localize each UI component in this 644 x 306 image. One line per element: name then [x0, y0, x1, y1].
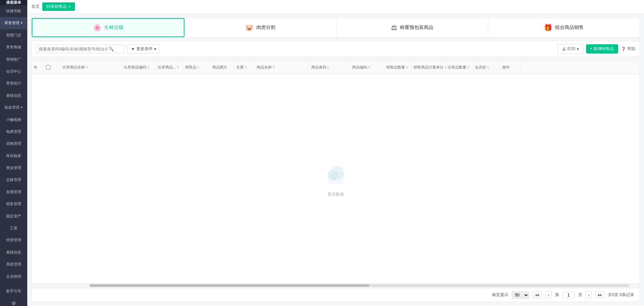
sidebar-item-wholesale-mgmt[interactable]: 批发管理 ▼ — [0, 102, 27, 113]
sort-icon[interactable]: ⇅ — [487, 66, 490, 69]
th-sale-item: 销售品 ⇅ — [183, 62, 210, 73]
search-input[interactable] — [39, 47, 107, 51]
category-tab-weight-package-label: 称重预包装商品 — [400, 25, 433, 31]
category-tab-fresh-grade-label: 生鲜分级 — [104, 25, 123, 31]
sidebar-item-quick-nav[interactable]: 快捷导航 — [0, 5, 27, 17]
close-tab-icon[interactable]: ✕ — [68, 5, 71, 9]
settings-icon[interactable]: ⚙ — [34, 65, 37, 70]
sort-icon[interactable]: ⇅ — [368, 66, 371, 69]
help-button[interactable]: ❓ 帮助 — [621, 46, 635, 52]
th-member-price: 会员价 ⇅ — [473, 62, 500, 73]
th-product-name: 商品名称 ⇅ — [255, 62, 309, 73]
page-label: 页 — [578, 292, 582, 298]
table-wrapper: ⚙ 出库商品名称 ⇅ 出库商品编码 ⇅ 出库商品... ⇅ — [31, 60, 640, 302]
sort-icon[interactable]: ⇅ — [467, 66, 470, 69]
help-label: 帮助 — [627, 46, 635, 52]
sidebar-item-retail-mgmt[interactable]: 零售管理 ▼ — [0, 17, 27, 29]
filter-label: 更多条件 — [136, 46, 153, 52]
horizontal-scrollbar[interactable] — [32, 283, 640, 288]
sidebar-item-basic-info[interactable]: 基础信息 — [0, 90, 27, 102]
category-tab-weight-package[interactable]: ⚖ 称重预包装商品 — [336, 18, 488, 37]
meat-cut-icon: 🐷 — [245, 24, 254, 32]
sidebar-item-smart-store[interactable]: 智慧门店 — [0, 29, 27, 41]
sidebar-item-invoice-mgmt[interactable]: 发票管理 — [0, 186, 27, 198]
sidebar-item-ops-mgmt[interactable]: 经营管理 — [0, 234, 27, 246]
scrollbar-track — [90, 284, 629, 287]
empty-text: 暂无数据 — [328, 192, 344, 197]
th-image: 商品图片 — [210, 62, 234, 73]
sidebar-logo[interactable]: 搜索菜单 — [0, 0, 27, 5]
sidebar-item-new-guide[interactable]: 新手引导 — [1, 285, 26, 297]
pagination-bar: 每页显示 50 10 20 100 ⏮ ‹ 第 页 › ⏭ 共0页 0条记录 — [32, 288, 640, 302]
per-page-label: 每页显示 — [492, 292, 508, 298]
toolbar-right: 🖨 打印 ▾ + 新增销售品 ❓ 帮助 — [557, 44, 635, 54]
select-all-checkbox[interactable] — [46, 65, 50, 70]
filter-button[interactable]: ▼ 更多条件 ▾ — [127, 44, 160, 53]
print-icon: 🖨 — [562, 47, 566, 51]
category-tab-fresh-grade[interactable]: 🌸 生鲜分级 — [32, 18, 184, 37]
th-barcode: 商品条码 ⇅ — [309, 62, 350, 73]
search-box[interactable]: 🔍 — [36, 45, 124, 53]
fresh-grade-icon: 🌸 — [93, 24, 102, 32]
filter-arrow-icon: ▾ — [154, 47, 156, 51]
sidebar-item-system-mgmt[interactable]: 系统管理 — [0, 258, 27, 270]
sort-icon[interactable]: ⇅ — [197, 66, 200, 69]
scrollbar-thumb[interactable] — [90, 284, 369, 287]
sort-icon[interactable]: ⇅ — [272, 66, 275, 69]
th-settings[interactable]: ⚙ — [32, 62, 44, 72]
sidebar-item-marketing[interactable]: 营销推广 — [0, 53, 27, 65]
per-page-select[interactable]: 50 10 20 100 — [512, 291, 529, 299]
active-tab[interactable]: 特殊销售品 ✕ — [42, 2, 75, 11]
breadcrumb-home[interactable]: 首页 — [31, 4, 40, 10]
sidebar-item-retail-mall[interactable]: 零售商城 — [0, 41, 27, 53]
category-tab-combo-sale[interactable]: 🎁 组合商品销售 — [488, 18, 640, 37]
sort-icon[interactable]: ⇅ — [147, 66, 150, 69]
print-button[interactable]: 🖨 打印 ▾ — [557, 44, 583, 54]
sort-icon[interactable]: ⇅ — [244, 66, 247, 69]
sidebar-item-enterprise[interactable]: 企业协同 — [0, 271, 27, 282]
chevron-down-icon: ▼ — [20, 21, 23, 25]
table-body: 暂无数据 — [32, 74, 640, 283]
first-page-button[interactable]: ⏮ — [533, 291, 542, 299]
last-page-button[interactable]: ⏭ — [595, 291, 604, 299]
sort-icon[interactable]: ⇅ — [86, 66, 88, 69]
category-tab-meat-cut-label: 肉类分割 — [256, 25, 275, 31]
th-sale-qty: 销售品数量 ⇅ — [384, 62, 411, 73]
sort-icon[interactable]: ⇅ — [406, 66, 408, 69]
next-page-button[interactable]: › — [586, 291, 592, 299]
new-button[interactable]: + 新增销售品 — [586, 44, 618, 53]
th-checkbox[interactable] — [44, 62, 60, 72]
print-label: 打印 — [567, 46, 575, 52]
th-product-code: 商品编码 ⇅ — [350, 62, 384, 73]
sidebar-item-tax-mgmt[interactable]: 税务管理 — [0, 198, 27, 210]
total-label: 共0页 0条记录 — [608, 292, 634, 298]
th-outlet-spec: 出库商品... ⇅ — [156, 62, 183, 73]
sort-icon[interactable]: ⇅ — [177, 66, 179, 69]
th-outlet-code: 出库商品编码 ⇅ — [122, 62, 156, 73]
sidebar-item-payroll[interactable]: 工资 — [0, 222, 27, 234]
sidebar-item-general-ledger[interactable]: 总账管理 — [0, 174, 27, 186]
sidebar: 搜索菜单 快捷导航 零售管理 ▼ 智慧门店 零售商城 营销推广 会员中心 零售统… — [0, 0, 27, 306]
category-tab-combo-sale-label: 组合商品销售 — [555, 25, 584, 31]
page-number-input[interactable] — [563, 292, 575, 299]
sidebar-item-fixed-assets[interactable]: 固定资产 — [0, 210, 27, 222]
print-arrow-icon: ▾ — [577, 47, 579, 51]
prev-page-button[interactable]: ‹ — [545, 291, 551, 299]
th-sale-unit: 销售商品计量单位 ⇅ — [411, 62, 446, 73]
sidebar-item-retail-stats[interactable]: 零售统计 — [0, 77, 27, 89]
sort-icon[interactable]: ⇅ — [327, 66, 330, 69]
th-action: 操作 — [500, 62, 521, 73]
sidebar-bottom: 新手引导 ⚙ — [0, 282, 27, 306]
category-tab-meat-cut[interactable]: 🐷 肉类分割 — [184, 18, 336, 37]
sidebar-item-mini-ecom[interactable]: 小畅电商 — [0, 114, 27, 126]
sidebar-item-capital-mgmt[interactable]: 资金管理 — [0, 162, 27, 174]
gear-icon[interactable]: ⚙ — [1, 299, 26, 306]
chevron-down-icon: ▼ — [20, 106, 23, 109]
search-icon[interactable]: 🔍 — [108, 46, 114, 51]
sidebar-item-purchase-mgmt[interactable]: 采购管理 — [0, 138, 27, 150]
sidebar-item-inventory[interactable]: 库存核算 — [0, 150, 27, 162]
sidebar-item-basic-info2[interactable]: 基础信息 — [0, 246, 27, 258]
sidebar-item-member-center[interactable]: 会员中心 — [0, 65, 27, 77]
sidebar-item-ecom-mgmt[interactable]: 电商管理 — [0, 126, 27, 138]
combo-sale-icon: 🎁 — [544, 24, 552, 32]
